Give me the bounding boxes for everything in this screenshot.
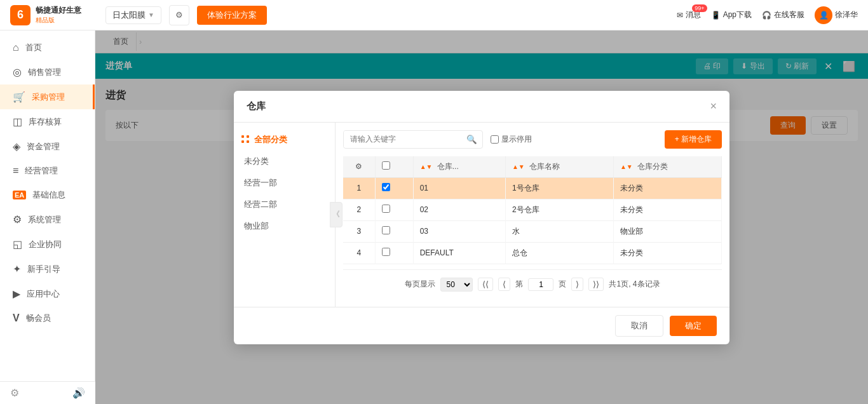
select-all-checkbox[interactable] bbox=[382, 161, 390, 170]
sidebar-item-member[interactable]: V 畅会员 bbox=[0, 306, 95, 330]
show-disabled-label[interactable]: 显示停用 bbox=[491, 134, 532, 145]
confirm-button[interactable]: 确定 bbox=[670, 316, 717, 336]
content-area: 首页 › 进货单 🖨 印 ⬇ 导出 ↻ 刷新 ✕ ⬜ 进货 按以下 查询 设置 bbox=[95, 30, 868, 404]
row-category: 未分类 bbox=[613, 242, 721, 264]
sidebar-item-home[interactable]: ⌂ 首页 bbox=[0, 36, 95, 60]
show-disabled-checkbox[interactable] bbox=[491, 135, 499, 144]
col-name-label: 仓库名称 bbox=[529, 162, 560, 171]
table-row[interactable]: 3 03 水 物业部 bbox=[343, 220, 722, 242]
sidebar-item-label: 销售管理 bbox=[28, 67, 61, 78]
sidebar-item-enterprise[interactable]: ◱ 企业协同 bbox=[0, 232, 95, 257]
sort-icon: ▲▼ bbox=[620, 163, 633, 170]
table-row[interactable]: 1 01 1号仓库 未分类 bbox=[343, 177, 722, 199]
page-input[interactable] bbox=[528, 278, 553, 291]
settings-button[interactable]: ⚙ bbox=[169, 5, 189, 25]
col-header-index: ⚙ bbox=[343, 156, 375, 178]
row-category: 物业部 bbox=[613, 220, 721, 242]
app-download-label: App下载 bbox=[723, 10, 752, 20]
table-panel: 🔍 显示停用 + 新增仓库 bbox=[336, 123, 729, 307]
dropdown-arrow-icon: ▼ bbox=[148, 11, 154, 18]
sidebar-item-label: 系统管理 bbox=[28, 214, 61, 226]
category-all-label: 全部分类 bbox=[254, 134, 287, 145]
purchase-icon: 🛒 bbox=[13, 91, 25, 103]
row-code: 01 bbox=[413, 177, 505, 199]
home-icon: ⌂ bbox=[13, 42, 19, 53]
row-code: DEFAULT bbox=[413, 242, 505, 264]
row-name: 2号仓库 bbox=[505, 199, 613, 220]
sidebar-item-label: 应用中心 bbox=[27, 288, 60, 300]
store-name: 日太阳膜 bbox=[112, 10, 146, 21]
username: 徐泽华 bbox=[835, 10, 858, 20]
gear-col-icon[interactable]: ⚙ bbox=[355, 162, 362, 171]
category-item-3[interactable]: 物业部 bbox=[234, 215, 335, 237]
modal-header: 仓库 × bbox=[234, 91, 729, 123]
row-checkbox[interactable] bbox=[375, 242, 413, 264]
sort-icon: ▲▼ bbox=[420, 163, 433, 170]
sidebar-item-inventory[interactable]: ◫ 库存核算 bbox=[0, 109, 95, 134]
search-input[interactable] bbox=[344, 131, 461, 147]
sidebar-item-label: 资金管理 bbox=[27, 141, 60, 152]
first-page-button[interactable]: ⟨⟨ bbox=[478, 278, 493, 291]
row-category: 未分类 bbox=[613, 199, 721, 220]
category-collapse-button[interactable]: 《 bbox=[330, 202, 342, 227]
user-area[interactable]: 👤 徐泽华 bbox=[815, 6, 858, 24]
sidebar-item-operation[interactable]: ≡ 经营管理 bbox=[0, 159, 95, 183]
category-item-2[interactable]: 经营二部 bbox=[234, 194, 335, 215]
row-checkbox[interactable] bbox=[375, 220, 413, 242]
sidebar-item-sales[interactable]: ◎ 销售管理 bbox=[0, 60, 95, 84]
sidebar-item-finance[interactable]: ◈ 资金管理 bbox=[0, 134, 95, 159]
add-warehouse-button[interactable]: + 新增仓库 bbox=[665, 130, 722, 149]
app-download-button[interactable]: 📱 App下载 bbox=[711, 10, 752, 20]
inventory-icon: ◫ bbox=[13, 116, 22, 128]
modal-backdrop: 仓库 × 全部分类 未分类 bbox=[95, 30, 868, 404]
cancel-button[interactable]: 取消 bbox=[615, 315, 663, 337]
gear-icon: ⚙ bbox=[175, 10, 183, 20]
last-page-button[interactable]: ⟩⟩ bbox=[588, 278, 604, 291]
modal-close-button[interactable]: × bbox=[710, 100, 717, 113]
table-row[interactable]: 2 02 2号仓库 未分类 bbox=[343, 199, 722, 220]
sidebar-item-guide[interactable]: ✦ 新手引导 bbox=[0, 257, 95, 281]
main-layout: ⌂ 首页 ◎ 销售管理 🛒 采购管理 ◫ 库存核算 ◈ 资金管理 ≡ 经营管理 … bbox=[0, 30, 868, 404]
warehouse-modal: 仓库 × 全部分类 未分类 bbox=[234, 91, 729, 344]
customer-service-button[interactable]: 🎧 在线客服 bbox=[762, 10, 804, 20]
row-checkbox[interactable] bbox=[375, 177, 413, 199]
sidebar-item-basic[interactable]: EA 基础信息 bbox=[0, 183, 95, 207]
table-toolbar: 🔍 显示停用 + 新增仓库 bbox=[343, 130, 722, 149]
app-name: 畅捷通好生意 bbox=[36, 5, 81, 16]
search-button[interactable]: 🔍 bbox=[461, 131, 482, 148]
sort-icon: ▲▼ bbox=[512, 163, 525, 170]
sidebar-footer: ⚙ 🔊 bbox=[0, 381, 95, 404]
sidebar-item-system[interactable]: ⚙ 系统管理 bbox=[0, 207, 95, 232]
row-checkbox[interactable] bbox=[375, 199, 413, 220]
header-center: 日太阳膜 ▼ ⚙ 体验行业方案 bbox=[105, 5, 677, 25]
table-row[interactable]: 4 DEFAULT 总仓 未分类 bbox=[343, 242, 722, 264]
settings-icon-bottom[interactable]: ⚙ bbox=[10, 387, 19, 399]
next-page-button[interactable]: ⟩ bbox=[571, 278, 583, 291]
category-item-1[interactable]: 经营一部 bbox=[234, 172, 335, 194]
sidebar-item-app-center[interactable]: ▶ 应用中心 bbox=[0, 281, 95, 306]
page-suffix: 页 bbox=[559, 279, 566, 290]
logo-icon: 6 bbox=[10, 5, 31, 25]
sidebar-item-label: 库存核算 bbox=[29, 116, 62, 128]
store-selector[interactable]: 日太阳膜 ▼ bbox=[105, 6, 161, 24]
category-all-header[interactable]: 全部分类 bbox=[234, 129, 335, 151]
warehouse-table: ⚙ ▲▼ 仓库... bbox=[343, 156, 722, 264]
top-header: 6 畅捷通好生意 精品版 日太阳膜 ▼ ⚙ 体验行业方案 ✉ 消息 99+ 📱 … bbox=[0, 0, 868, 30]
modal-title: 仓库 bbox=[247, 100, 266, 112]
speaker-icon[interactable]: 🔊 bbox=[72, 387, 85, 399]
modal-body: 全部分类 未分类 经营一部 经营二部 物业部 《 bbox=[234, 123, 729, 307]
show-disabled-text: 显示停用 bbox=[501, 134, 532, 145]
row-name: 水 bbox=[505, 220, 613, 242]
message-button[interactable]: ✉ 消息 99+ bbox=[677, 10, 701, 20]
sidebar-item-label: 首页 bbox=[25, 42, 42, 53]
phone-icon: 📱 bbox=[711, 11, 721, 20]
category-panel: 全部分类 未分类 经营一部 经营二部 物业部 《 bbox=[234, 123, 336, 307]
app-center-icon: ▶ bbox=[13, 288, 20, 300]
sidebar: ⌂ 首页 ◎ 销售管理 🛒 采购管理 ◫ 库存核算 ◈ 资金管理 ≡ 经营管理 … bbox=[0, 30, 95, 404]
prev-page-button[interactable]: ⟨ bbox=[498, 278, 510, 291]
per-page-select[interactable]: 50 20 100 bbox=[440, 278, 473, 292]
message-badge: 99+ bbox=[692, 4, 707, 12]
sidebar-item-purchase[interactable]: 🛒 采购管理 bbox=[0, 84, 95, 109]
trial-button[interactable]: 体验行业方案 bbox=[197, 6, 267, 25]
category-item-0[interactable]: 未分类 bbox=[234, 151, 335, 172]
